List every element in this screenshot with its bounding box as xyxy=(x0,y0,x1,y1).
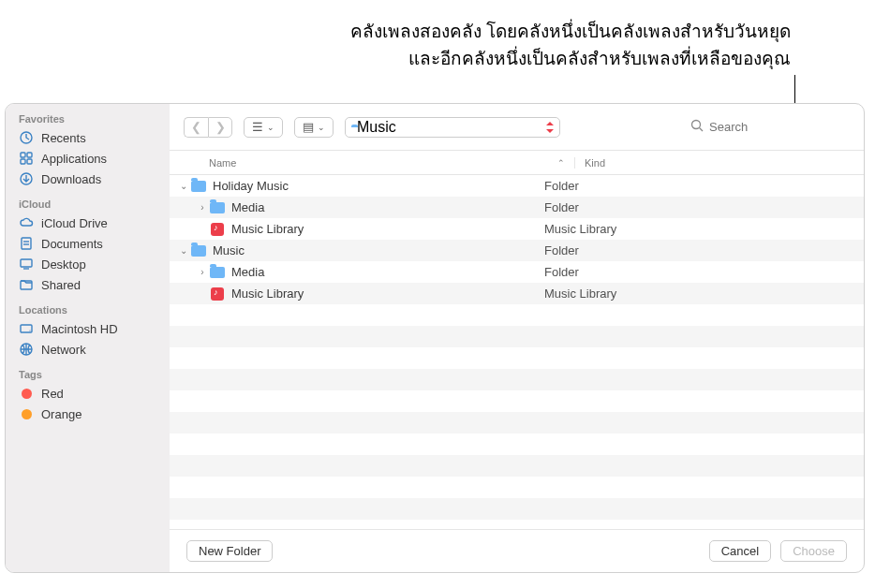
empty-row xyxy=(170,434,864,455)
empty-row xyxy=(170,477,864,498)
disclosure-triangle-icon[interactable]: › xyxy=(196,202,209,213)
file-kind: Music Library xyxy=(535,222,864,236)
annotation-line1: คลังเพลงสองคลัง โดยคลังหนึ่งเป็นคลังเพลง… xyxy=(350,19,791,46)
hd-icon xyxy=(19,321,34,336)
updown-icon xyxy=(544,121,556,134)
sidebar-heading-favorites: Favorites xyxy=(6,108,170,127)
sidebar: Favorites RecentsApplicationsDownloads i… xyxy=(6,104,170,572)
file-row[interactable]: ›MediaFolder xyxy=(170,197,864,218)
search-input[interactable] xyxy=(709,120,831,134)
chevron-down-icon: ⌄ xyxy=(318,123,325,132)
empty-row xyxy=(170,347,864,369)
sidebar-heading-icloud: iCloud xyxy=(6,193,170,213)
music-library-icon xyxy=(209,223,226,236)
column-headers: Name ⌃ Kind xyxy=(170,151,864,175)
file-name: Music Library xyxy=(231,287,304,301)
tag-icon xyxy=(19,406,34,421)
search-icon xyxy=(690,119,704,136)
sidebar-item-orange[interactable]: Orange xyxy=(6,404,170,424)
file-kind: Music Library xyxy=(535,287,864,301)
cloud-icon xyxy=(19,215,34,230)
file-name: Holiday Music xyxy=(213,179,289,193)
sidebar-item-label: Downloads xyxy=(41,172,101,186)
toolbar: ❮ ❯ ☰ ⌄ ▤ ⌄ Music xyxy=(170,104,864,151)
chevron-down-icon: ⌄ xyxy=(267,123,274,132)
new-folder-button[interactable]: New Folder xyxy=(186,540,273,562)
file-kind: Folder xyxy=(535,243,864,257)
sidebar-item-label: Documents xyxy=(41,237,103,251)
sidebar-item-shared[interactable]: Shared xyxy=(6,274,170,295)
column-header-name[interactable]: Name ⌃ xyxy=(209,157,574,169)
sidebar-item-icloud-drive[interactable]: iCloud Drive xyxy=(6,213,170,233)
sidebar-item-label: Recents xyxy=(41,131,86,145)
cancel-button[interactable]: Cancel xyxy=(709,540,771,562)
file-name: Music Library xyxy=(231,222,304,236)
empty-row xyxy=(170,412,864,434)
sidebar-item-applications[interactable]: Applications xyxy=(6,148,170,169)
file-row[interactable]: Music LibraryMusic Library xyxy=(170,283,864,304)
sidebar-item-label: Applications xyxy=(41,152,107,166)
chevron-left-icon: ❮ xyxy=(191,120,201,134)
file-list: ⌄Holiday MusicFolder›MediaFolderMusic Li… xyxy=(170,175,864,529)
sidebar-item-recents[interactable]: Recents xyxy=(6,127,170,148)
empty-row xyxy=(170,455,864,477)
column-header-kind[interactable]: Kind xyxy=(574,157,864,169)
empty-row xyxy=(170,326,864,347)
sidebar-item-label: Network xyxy=(41,343,86,357)
file-row[interactable]: ⌄Holiday MusicFolder xyxy=(170,175,864,197)
view-options-button[interactable]: ☰ ⌄ xyxy=(244,117,283,138)
sidebar-item-label: iCloud Drive xyxy=(41,216,108,230)
clock-icon xyxy=(19,130,34,145)
main-pane: ❮ ❯ ☰ ⌄ ▤ ⌄ Music xyxy=(170,104,864,572)
svg-rect-4 xyxy=(27,159,32,164)
sidebar-item-label: Desktop xyxy=(41,257,86,272)
network-icon xyxy=(19,342,34,357)
sidebar-item-label: Shared xyxy=(41,278,81,292)
sidebar-item-red[interactable]: Red xyxy=(6,383,170,404)
svg-point-13 xyxy=(29,330,30,331)
svg-rect-1 xyxy=(21,153,25,157)
file-row[interactable]: ›MediaFolder xyxy=(170,261,864,283)
file-row[interactable]: Music LibraryMusic Library xyxy=(170,218,864,240)
annotation-text: คลังเพลงสองคลัง โดยคลังหนึ่งเป็นคลังเพลง… xyxy=(350,19,791,72)
file-row[interactable]: ⌄MusicFolder xyxy=(170,240,864,261)
file-kind: Folder xyxy=(535,200,864,214)
back-button[interactable]: ❮ xyxy=(184,117,208,138)
svg-point-15 xyxy=(692,120,701,128)
sidebar-item-desktop[interactable]: Desktop xyxy=(6,254,170,274)
sidebar-item-macintosh-hd[interactable]: Macintosh HD xyxy=(6,318,170,339)
empty-row xyxy=(170,369,864,390)
choose-button[interactable]: Choose xyxy=(780,540,847,562)
sidebar-item-network[interactable]: Network xyxy=(6,339,170,360)
finder-window: Favorites RecentsApplicationsDownloads i… xyxy=(5,103,865,573)
folder-icon xyxy=(190,245,207,257)
empty-row xyxy=(170,520,864,529)
sidebar-heading-locations: Locations xyxy=(6,299,170,318)
sidebar-item-label: Macintosh HD xyxy=(41,322,118,336)
search-box[interactable] xyxy=(690,119,850,136)
file-name: Music xyxy=(213,243,245,257)
disclosure-triangle-icon[interactable]: › xyxy=(196,267,209,277)
empty-row xyxy=(170,498,864,520)
svg-rect-2 xyxy=(27,153,32,157)
location-dropdown[interactable]: Music xyxy=(345,117,560,138)
disclosure-triangle-icon[interactable]: ⌄ xyxy=(177,181,190,191)
disclosure-triangle-icon[interactable]: ⌄ xyxy=(177,245,190,256)
sidebar-item-documents[interactable]: Documents xyxy=(6,233,170,254)
annotation-line2: และอีกคลังหนึ่งเป็นคลังสำหรับเพลงที่เหลื… xyxy=(350,46,791,73)
doc-icon xyxy=(19,236,34,251)
music-library-icon xyxy=(209,287,226,301)
shared-icon xyxy=(19,277,34,292)
group-options-button[interactable]: ▤ ⌄ xyxy=(294,117,334,138)
empty-row xyxy=(170,304,864,326)
sidebar-item-downloads[interactable]: Downloads xyxy=(6,169,170,189)
file-kind: Folder xyxy=(535,179,864,193)
file-name: Media xyxy=(231,265,264,279)
forward-button[interactable]: ❯ xyxy=(208,117,232,138)
svg-line-16 xyxy=(700,127,704,131)
apps-icon xyxy=(19,151,34,166)
sidebar-item-label: Red xyxy=(41,387,64,401)
file-name: Media xyxy=(231,200,264,214)
list-icon: ☰ xyxy=(252,120,263,134)
svg-rect-9 xyxy=(21,259,32,267)
